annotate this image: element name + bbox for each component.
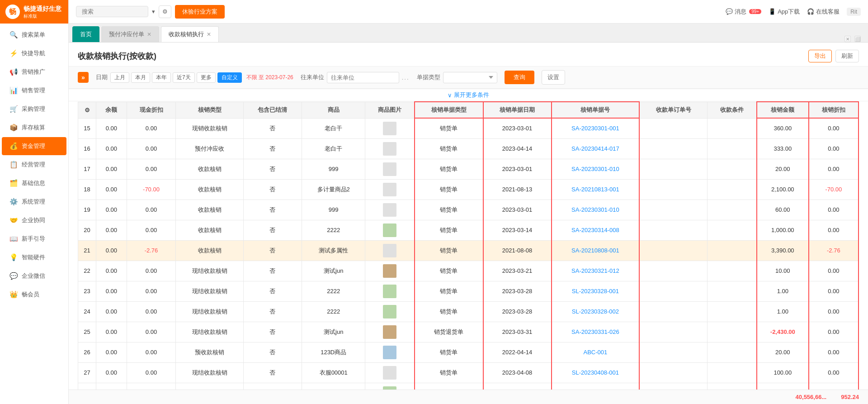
row-writeoff-type: 现结收款核销: [176, 322, 244, 342]
sidebar-item-inventory[interactable]: 📦 库存核算: [2, 119, 66, 137]
row-writeoff-type: 收款核销: [176, 159, 244, 179]
bill-no-link[interactable]: SA-20230331-026: [571, 328, 619, 335]
sidebar-item-beginner[interactable]: 📖 新手引导: [2, 230, 66, 248]
bill-no-link[interactable]: SA-20230314-008: [571, 227, 619, 233]
sidebar-item-operation[interactable]: 📋 经营管理: [2, 156, 66, 174]
refresh-button[interactable]: 刷新: [835, 50, 859, 62]
wechat-icon: 💬: [9, 271, 18, 280]
row-writeoff-bill-no: SA-20230314-008: [552, 220, 639, 240]
col-product: 商品: [302, 102, 365, 118]
operation-label: 经营管理: [22, 161, 45, 169]
row-product-img: [365, 240, 415, 261]
tab-collection[interactable]: 收款核销执行 ✕: [161, 26, 219, 42]
row-cash-discount: 0.00: [127, 322, 176, 342]
row-cash-discount: 0.00: [127, 159, 176, 179]
tab-prepay-label: 预付冲应付单: [109, 30, 144, 38]
bill-no-link[interactable]: SA-20230301-001: [571, 125, 619, 132]
bill-no-link[interactable]: SA-20230301-010: [571, 206, 619, 213]
row-writeoff-amount: 20.00: [757, 159, 809, 179]
row-no: 18: [78, 179, 96, 200]
counterpart-input[interactable]: [327, 72, 399, 83]
custom-btn[interactable]: 自定义: [217, 72, 242, 83]
app-icon: 📱: [769, 8, 776, 15]
sidebar-item-member[interactable]: 👑 畅会员: [2, 285, 66, 304]
filter-expand-btn[interactable]: »: [78, 72, 89, 83]
bill-no-link[interactable]: SA-20230321-012: [571, 267, 619, 274]
row-writeoff-amount: 100.00: [757, 362, 809, 383]
row-writeoff-bill-no: SL-20230328-001: [552, 281, 639, 301]
main-area: ▾ ⚙ 休验行业方案 💬 消息 99+ 📱 App下载 🎧 在线客服 Rit: [69, 0, 868, 404]
more-btn[interactable]: 更多: [197, 72, 216, 83]
row-writeoff-type: 现结收款核销: [176, 383, 244, 390]
row-writeoff-bill-date: 2022-04-14: [483, 342, 552, 362]
sidebar-item-capital[interactable]: 💰 资金管理: [2, 137, 66, 155]
row-no: 15: [78, 118, 96, 138]
message-item[interactable]: 💬 消息 99+: [726, 8, 761, 16]
bill-no-link[interactable]: SA-20210808-001: [571, 247, 619, 254]
message-label: 消息: [735, 8, 746, 16]
row-writeoff-discount: 0.00: [809, 159, 859, 179]
dropdown-arrow: ▾: [152, 8, 155, 15]
bill-no-link[interactable]: SA-20230301-010: [571, 166, 619, 172]
query-button[interactable]: 查询: [505, 71, 534, 84]
online-service-item[interactable]: 🎧 在线客服: [807, 8, 840, 16]
sidebar-item-sales[interactable]: 📊 销售管理: [2, 81, 66, 100]
search-input[interactable]: [76, 6, 148, 17]
topbar-dropdown[interactable]: ▾: [152, 8, 155, 15]
row-cash-discount: 0.00: [127, 383, 176, 390]
sidebar-item-search-menu[interactable]: 🔍 搜索菜单: [2, 26, 66, 44]
tab-home[interactable]: 首页: [72, 26, 99, 42]
this-year-btn[interactable]: 本年: [152, 72, 171, 83]
bill-no-link[interactable]: SL-20230328-001: [572, 288, 619, 295]
setting-button[interactable]: 设置: [542, 70, 565, 85]
bill-no-link[interactable]: ABC-001: [584, 349, 608, 356]
sidebar-item-wechat[interactable]: 💬 企业微信: [2, 267, 66, 285]
operation-icon: 📋: [9, 160, 18, 169]
row-no: 28: [78, 383, 96, 390]
tab-prepay[interactable]: 预付冲应付单 ✕: [101, 26, 159, 42]
row-product: 2222: [302, 383, 365, 390]
row-product: 老白干: [302, 138, 365, 159]
product-image: [383, 223, 396, 237]
window-close-btn[interactable]: ✕: [844, 36, 851, 42]
sidebar-item-basic-info[interactable]: 🗂️ 基础信息: [2, 174, 66, 192]
last-month-btn[interactable]: 上月: [110, 72, 129, 83]
sidebar-item-purchase[interactable]: 🛒 采购管理: [2, 100, 66, 118]
sidebar-item-quick-nav[interactable]: ⚡ 快捷导航: [2, 44, 66, 62]
sidebar-item-smart-hw[interactable]: 💡 智能硬件: [2, 248, 66, 266]
row-writeoff-bill-type: 销货单: [415, 220, 483, 240]
row-writeoff-amount: -2,430.00: [757, 322, 809, 342]
bill-no-link[interactable]: SL-20230328-002: [572, 308, 619, 315]
row-balance: 0.00: [96, 118, 127, 138]
search-menu-label: 搜索菜单: [22, 31, 45, 39]
row-writeoff-bill-no: SA-20230331-026: [552, 322, 639, 342]
row-receipt-order-no: [639, 179, 707, 200]
this-month-btn[interactable]: 本月: [131, 72, 150, 83]
solution-button[interactable]: 休验行业方案: [175, 5, 225, 19]
edition-label: 标准版: [24, 13, 61, 19]
app-download-item[interactable]: 📱 App下载: [769, 8, 800, 16]
export-button[interactable]: 导出: [808, 50, 832, 62]
sidebar-item-marketing[interactable]: 📢 营销推广: [2, 63, 66, 81]
col-writeoff-amount: 核销金额: [757, 102, 809, 118]
row-balance: 0.00: [96, 362, 127, 383]
bill-no-link[interactable]: SA-20230414-017: [571, 145, 619, 152]
row-receipt-condition: [707, 383, 756, 390]
last-7-days-btn[interactable]: 近7天: [173, 72, 195, 83]
row-receipt-condition: [707, 179, 756, 200]
sidebar-item-enterprise[interactable]: 🤝 企业协同: [2, 211, 66, 229]
tab-collection-close[interactable]: ✕: [207, 32, 211, 37]
window-maximize-btn[interactable]: ⬜: [854, 36, 861, 42]
row-writeoff-discount: 0.00: [809, 220, 859, 240]
table-row: 21 0.00 -2.76 收款核销 否 测试多属性 销货单 2021-08-0…: [78, 240, 859, 261]
sidebar-item-system[interactable]: ⚙️ 系统管理: [2, 193, 66, 211]
row-include-settled: 否: [243, 118, 302, 138]
tab-prepay-close[interactable]: ✕: [147, 32, 151, 37]
expand-more-btn[interactable]: ∨ 展开更多条件: [448, 91, 489, 99]
user-avatar[interactable]: Rit: [847, 8, 861, 16]
bill-no-link[interactable]: SL-20230408-001: [572, 369, 619, 376]
settings-icon[interactable]: ⚙: [159, 5, 171, 18]
receipt-type-select[interactable]: [443, 72, 497, 83]
bill-no-link[interactable]: SA-20210813-001: [571, 186, 619, 193]
row-no: 27: [78, 362, 96, 383]
